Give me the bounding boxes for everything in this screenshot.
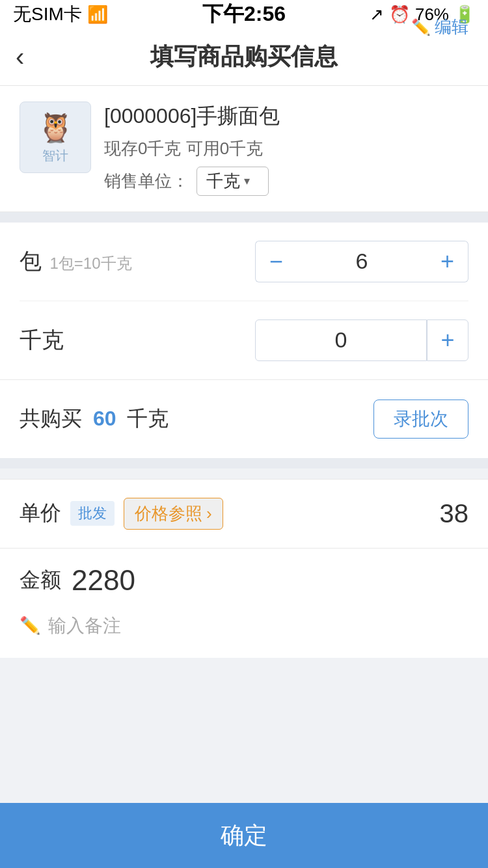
product-logo-text: 智计: [42, 147, 68, 165]
bao-plus-button[interactable]: +: [427, 241, 468, 282]
price-ref-arrow-icon: ›: [206, 504, 212, 524]
amount-label: 金额: [20, 566, 61, 595]
qianke-stepper: 0 +: [255, 319, 468, 361]
bao-sub-label: 1包=10千克: [49, 254, 131, 272]
bao-input-row: 包 1包=10千克 − 6 +: [20, 223, 468, 301]
dropdown-arrow-icon: ▾: [244, 174, 250, 188]
price-label: 单价: [20, 499, 61, 528]
back-button[interactable]: ‹: [16, 42, 24, 72]
separator-1: [0, 212, 488, 223]
bao-input-section: 包 1包=10千克 − 6 +: [0, 223, 488, 301]
remark-row[interactable]: ✏️ 输入备注: [20, 603, 468, 658]
total-label: 共购买 60 千克: [20, 405, 169, 433]
unit-value: 千克: [206, 170, 240, 193]
bao-value[interactable]: 6: [297, 241, 427, 282]
location-icon: ↗: [370, 5, 384, 25]
price-ref-label: 价格参照: [135, 502, 202, 525]
bao-stepper: − 6 +: [255, 241, 468, 282]
carrier-label: 无SIM卡: [13, 2, 82, 27]
total-unit: 千克: [127, 407, 169, 430]
qianke-plus-button[interactable]: +: [427, 319, 468, 361]
qianke-label: 千克: [20, 325, 98, 355]
qianke-input-row: 千克 0 +: [20, 301, 468, 379]
product-unit-row: 销售单位： 千克 ▾: [104, 167, 468, 196]
confirm-label: 确定: [221, 820, 267, 852]
total-row: 共购买 60 千克 录批次: [20, 380, 468, 458]
price-section: 单价 批发 价格参照 › 38: [0, 479, 488, 549]
bao-label-group: 包 1包=10千克: [20, 247, 132, 277]
price-value: 38: [440, 499, 469, 528]
total-amount: 60: [93, 407, 116, 430]
unit-select[interactable]: 千克 ▾: [197, 167, 269, 196]
price-tag: 批发: [70, 501, 115, 526]
price-row: 单价 批发 价格参照 › 38: [20, 480, 468, 548]
status-time: 下午2:56: [202, 0, 286, 29]
product-card: 🦉 智计 [0000006]手撕面包 现存0千克 可用0千克 销售单位： 千克 …: [0, 86, 488, 212]
alarm-icon: ⏰: [389, 5, 410, 25]
amount-section: 金额 2280 ✏️ 输入备注: [0, 549, 488, 658]
pencil-icon: ✏️: [20, 616, 40, 636]
confirm-button[interactable]: 确定: [0, 803, 488, 868]
record-batch-button[interactable]: 录批次: [373, 400, 468, 439]
page-title: 填写商品购买信息: [150, 41, 338, 73]
price-ref-button[interactable]: 价格参照 ›: [124, 498, 223, 530]
wifi-icon: 📶: [87, 5, 108, 25]
total-section: 共购买 60 千克 录批次: [0, 379, 488, 458]
qianke-value[interactable]: 0: [255, 319, 427, 361]
separator-2: [0, 458, 488, 468]
total-prefix: 共购买: [20, 407, 82, 430]
bao-label: 包: [20, 249, 42, 273]
product-name: [0000006]手撕面包: [104, 102, 468, 131]
product-image: 🦉 智计: [20, 102, 91, 173]
amount-value: 2280: [72, 564, 135, 597]
qianke-input-section: 千克 0 +: [0, 301, 488, 379]
edit-icon: ✏️: [411, 18, 431, 36]
remark-placeholder: 输入备注: [48, 614, 121, 638]
product-info: [0000006]手撕面包 现存0千克 可用0千克 销售单位： 千克 ▾: [104, 102, 468, 196]
amount-row: 金额 2280: [20, 564, 468, 603]
edit-label: 编辑: [435, 16, 468, 38]
status-left: 无SIM卡 📶: [13, 2, 108, 27]
product-logo-icon: 🦉: [38, 111, 74, 144]
unit-label: 销售单位：: [104, 170, 189, 193]
product-stock: 现存0千克 可用0千克: [104, 137, 468, 160]
edit-button[interactable]: ✏️ 编辑: [411, 16, 468, 38]
bao-minus-button[interactable]: −: [255, 241, 297, 282]
